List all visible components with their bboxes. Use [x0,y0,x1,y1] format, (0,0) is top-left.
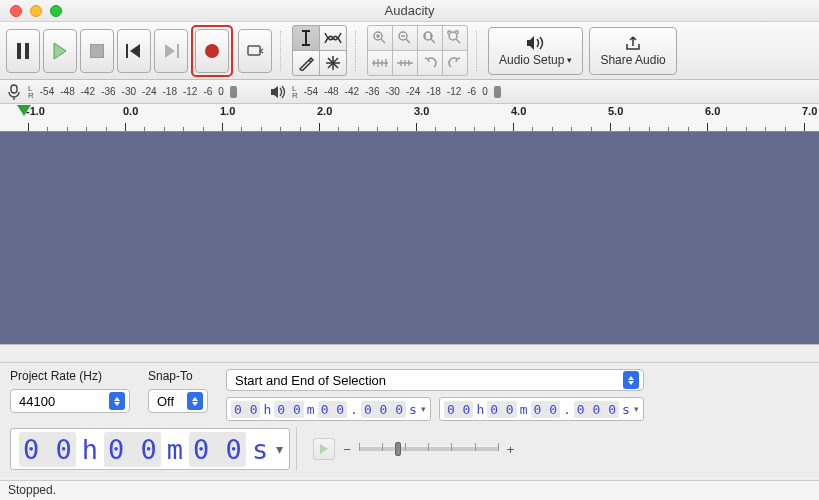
svg-marker-5 [130,44,140,58]
trim-button[interactable] [368,51,392,75]
skip-start-button[interactable] [117,29,151,73]
record-button[interactable] [195,29,229,73]
svg-rect-4 [126,44,128,58]
mic-icon[interactable] [6,84,22,100]
playback-speed-slider[interactable] [359,447,499,451]
tracks-gap [0,345,819,363]
selection-start-time[interactable]: 0 0h0 0m0 0.0 0 0s▾ [226,397,431,421]
svg-rect-1 [25,43,29,59]
rec-lr-label: LR [28,85,34,99]
speed-plus-label: + [507,442,515,457]
chevron-down-icon: ▾ [567,55,572,65]
svg-rect-3 [90,44,104,58]
loop-button[interactable] [238,29,272,73]
snap-to-select[interactable]: Off [148,389,208,413]
speed-minus-label: − [343,442,351,457]
stop-button[interactable] [80,29,114,73]
svg-line-27 [456,39,460,43]
status-bar: Stopped. [0,480,819,500]
play-lr-label: LR [292,85,298,99]
svg-point-26 [449,32,457,40]
svg-point-8 [205,44,219,58]
redo-button[interactable] [443,51,467,75]
svg-line-22 [406,39,410,43]
play-meter-scale[interactable]: -54-48-42-36-30-24-18-12-60 [304,86,488,97]
selection-mode-select[interactable]: Start and End of Selection [226,369,644,391]
tool-multi[interactable] [320,51,346,75]
rec-meter-scale[interactable]: -54-48-42-36-30-24-18-12-60 [40,86,224,97]
svg-rect-28 [11,85,17,93]
pause-button[interactable] [6,29,40,73]
svg-line-25 [431,39,435,43]
undo-button[interactable] [418,51,442,75]
svg-marker-2 [54,43,66,59]
tool-draw[interactable] [293,51,319,75]
svg-marker-6 [165,44,175,58]
select-arrows-icon [623,371,639,389]
tool-selection[interactable] [293,26,319,50]
meters-bar: LR -54-48-42-36-30-24-18-12-60 LR -54-48… [0,80,819,104]
main-toolbar: Audio Setup▾ Share Audio [0,22,819,80]
share-audio-button[interactable]: Share Audio [589,27,676,75]
zoom-fit-selection-button[interactable] [418,26,442,50]
select-arrows-icon [187,392,203,410]
selection-mode-value: Start and End of Selection [235,373,386,388]
snap-to-label: Snap-To [148,369,208,383]
project-rate-value: 44100 [19,394,55,409]
select-arrows-icon [109,392,125,410]
rec-meter-slider[interactable] [230,85,246,99]
play-button[interactable] [43,29,77,73]
window-title: Audacity [0,3,819,18]
share-audio-label: Share Audio [600,53,665,67]
tool-envelope[interactable] [320,26,346,50]
audio-setup-label: Audio Setup [499,53,564,67]
project-rate-label: Project Rate (Hz) [10,369,130,383]
tools-grid [292,25,347,76]
speaker-icon [525,35,547,51]
svg-marker-29 [320,444,328,454]
silence-button[interactable] [393,51,417,75]
play-at-speed-button[interactable] [313,438,335,460]
svg-line-18 [381,39,385,43]
audio-position-time[interactable]: 0 0h0 0m0 0s▾ [10,428,290,470]
play-meter-slider[interactable] [494,85,510,99]
snap-to-value: Off [157,394,174,409]
tracks-area[interactable] [0,132,819,345]
zoom-out-button[interactable] [393,26,417,50]
record-highlight [191,25,233,77]
zoom-in-button[interactable] [368,26,392,50]
zoom-grid [367,25,468,76]
zoom-fit-project-button[interactable] [443,26,467,50]
svg-rect-0 [17,43,21,59]
project-rate-select[interactable]: 44100 [10,389,130,413]
speaker-icon[interactable] [270,84,286,100]
selection-toolbar: Project Rate (Hz) 44100 Snap-To Off Star… [0,363,819,477]
svg-rect-7 [177,44,179,58]
share-icon [624,35,642,51]
skip-end-button[interactable] [154,29,188,73]
timeline-ruler[interactable]: -1.00.01.02.03.04.05.06.07.0 [0,104,819,132]
selection-end-time[interactable]: 0 0h0 0m0 0.0 0 0s▾ [439,397,644,421]
audio-setup-button[interactable]: Audio Setup▾ [488,27,583,75]
